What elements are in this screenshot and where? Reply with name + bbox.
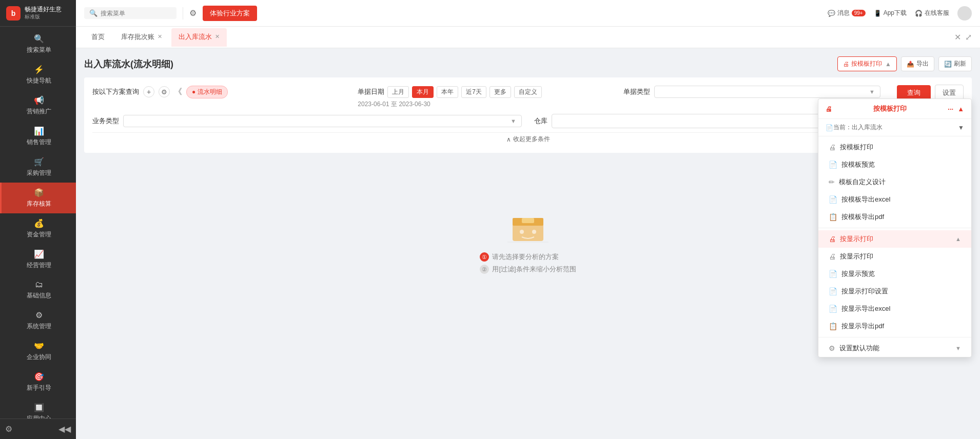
refresh-btn[interactable]: 🔄 刷新 xyxy=(938,56,972,71)
sidebar-item-inventory[interactable]: 📦 库存核算 xyxy=(0,183,76,213)
dropdown-display-preview[interactable]: 📄 按显示预览 xyxy=(818,265,971,283)
dropdown-template-export-pdf[interactable]: 📋 按模板导出pdf xyxy=(818,208,971,226)
tab-flow[interactable]: 出入库流水 ✕ xyxy=(171,28,227,47)
dropdown-set-default[interactable]: ⚙ 设置默认功能 ▼ xyxy=(818,340,971,357)
trial-button[interactable]: 体验行业方案 xyxy=(203,6,257,21)
app-download-label: App下载 xyxy=(884,9,907,17)
date-btn-last-month[interactable]: 上月 xyxy=(387,86,409,98)
quick-nav-icon: ⚡ xyxy=(34,65,44,74)
tip-item-2: ② 用[过滤]条件来缩小分析范围 xyxy=(480,265,576,274)
business-type-select[interactable]: ▼ xyxy=(123,115,522,127)
dropdown-template-preview[interactable]: 📄 按模板预览 xyxy=(818,156,971,173)
app-edition: 标准版 xyxy=(25,13,62,21)
dropdown-template-custom-label: 模板自定义设计 xyxy=(839,177,886,187)
sidebar-item-label-system: 系统管理 xyxy=(27,322,51,331)
dropdown-display-print-section-label: 按显示打印 xyxy=(840,234,873,244)
dropdown-display-print-section[interactable]: 🖨 按显示打印 ▲ xyxy=(818,230,971,248)
online-service-item[interactable]: 🎧 在线客服 xyxy=(915,9,949,17)
topbar-right: 💬 消息 99+ 📱 App下载 🎧 在线客服 xyxy=(828,6,972,21)
date-label: 单据日期 xyxy=(358,85,384,99)
filter-setting-icon: ⚙ xyxy=(161,88,167,96)
tip-item-1: ① 请先选择要分析的方案 xyxy=(480,252,576,262)
tab-home[interactable]: 首页 xyxy=(84,28,112,47)
sidebar-item-sales[interactable]: 📊 销售管理 xyxy=(0,121,76,152)
svg-point-4 xyxy=(532,230,536,234)
refresh-label: 刷新 xyxy=(954,59,966,68)
filter-add-button[interactable]: + xyxy=(143,86,154,97)
topbar-gear-icon[interactable]: ⚙ xyxy=(189,8,197,18)
dropdown-template-print-icon: 🖨 xyxy=(829,143,836,151)
sidebar-collapse-icon[interactable]: ◀◀ xyxy=(58,424,71,434)
filter-setting-button[interactable]: ⚙ xyxy=(159,86,170,97)
app-download-icon: 📱 xyxy=(874,10,881,17)
date-btn-this-month[interactable]: 本月 xyxy=(412,86,434,98)
sidebar-item-purchase[interactable]: 🛒 采购管理 xyxy=(0,152,76,183)
sidebar-item-basics[interactable]: 🗂 基础信息 xyxy=(0,275,76,305)
sidebar-item-system[interactable]: ⚙ 系统管理 xyxy=(0,305,76,336)
date-btn-this-year[interactable]: 本年 xyxy=(437,86,458,98)
dropdown-display-print-settings[interactable]: 📄 按显示打印设置 xyxy=(818,283,971,300)
dropdown-display-export-excel[interactable]: 📄 按显示导出excel xyxy=(818,300,971,317)
collapse-up-icon: ∧ xyxy=(506,136,511,143)
export-label: 导出 xyxy=(916,59,929,68)
business-type-label: 业务类型 xyxy=(92,114,119,128)
sidebar-item-operations[interactable]: 📈 经营管理 xyxy=(0,244,76,275)
sidebar-item-cooperation[interactable]: 🤝 企业协同 xyxy=(0,336,76,367)
sidebar-item-label-quick-nav: 快捷导航 xyxy=(27,76,51,85)
dropdown-template-export-excel[interactable]: 📄 按模板导出excel xyxy=(818,191,971,208)
date-btn-more[interactable]: 更多 xyxy=(489,86,511,98)
filter-tag[interactable]: ● 流水明细 xyxy=(186,86,228,98)
date-btn-7days[interactable]: 近7天 xyxy=(461,86,486,98)
dropdown-display-export-pdf[interactable]: 📋 按显示导出pdf xyxy=(818,317,971,335)
dropdown-title: 按模板打印 xyxy=(873,104,907,113)
tab-flow-close[interactable]: ✕ xyxy=(215,33,220,40)
dropdown-template-export-pdf-label: 按模板导出pdf xyxy=(841,212,884,222)
filter-collapse-button[interactable]: 《 xyxy=(174,87,182,97)
dropdown-print-icon: 🖨 xyxy=(826,105,832,113)
dropdown-current-label: 📄 当前：出入库流水 ▼ xyxy=(818,119,971,134)
operations-icon: 📈 xyxy=(34,249,44,259)
search-input[interactable] xyxy=(101,10,162,17)
template-print-dropdown-icon[interactable]: ▲ xyxy=(885,61,891,68)
dropdown-doc-icon: 📄 xyxy=(826,124,833,131)
online-service-label: 在线客服 xyxy=(925,9,949,17)
filter-add-icon: + xyxy=(147,88,151,96)
tab-batch-accounts[interactable]: 库存批次账 ✕ xyxy=(114,28,169,47)
maximize-icon[interactable]: ⤢ xyxy=(965,32,972,42)
dropdown-current-text: 当前：出入库流水 xyxy=(833,123,883,132)
online-service-icon: 🎧 xyxy=(915,10,923,17)
dropdown-display-print-section-icon: 🖨 xyxy=(829,235,836,243)
date-btn-custom[interactable]: 自定义 xyxy=(514,86,542,98)
sidebar-item-search[interactable]: 🔍 搜索菜单 xyxy=(0,29,76,59)
export-btn[interactable]: 📤 导出 xyxy=(901,56,934,71)
date-filter-field: 单据日期 上月 本月 本年 近7天 更多 自定义 2023-06-01 至 20… xyxy=(358,85,615,109)
sidebar-item-finance[interactable]: 💰 资金管理 xyxy=(0,213,76,244)
dropdown-template-custom[interactable]: ✏ 模板自定义设计 xyxy=(818,173,971,191)
messages-item[interactable]: 💬 消息 99+ xyxy=(828,9,866,17)
topbar-search-container[interactable]: 🔍 xyxy=(84,7,177,19)
tabs-right: ✕ ⤢ xyxy=(954,32,972,42)
app-download-item[interactable]: 📱 App下载 xyxy=(874,9,907,17)
sidebar-settings-icon[interactable]: ⚙ xyxy=(5,424,12,434)
sidebar-item-marketing[interactable]: 📢 营销推广 xyxy=(0,90,76,121)
dropdown-collapse-icon[interactable]: ▲ xyxy=(957,105,964,113)
sidebar-item-guide[interactable]: 🎯 新手引导 xyxy=(0,367,76,397)
page-content: 出入库流水(流水明细) 🖨 按模板打印 ▲ 📤 导出 🔄 刷新 xyxy=(76,48,980,439)
dropdown-template-export-excel-label: 按模板导出excel xyxy=(841,195,890,204)
template-print-btn[interactable]: 🖨 按模板打印 ▲ xyxy=(837,56,897,71)
sidebar-item-apps[interactable]: 🔲 应用中心 xyxy=(0,397,76,418)
dropdown-set-default-arrow: ▼ xyxy=(955,345,961,351)
avatar[interactable] xyxy=(957,6,972,21)
dropdown-display-pdf-icon: 📋 xyxy=(829,322,837,330)
tab-batch-accounts-label: 库存批次账 xyxy=(121,32,154,42)
doc-type-arrow-icon: ▼ xyxy=(869,89,875,95)
sidebar-item-quick-nav[interactable]: ⚡ 快捷导航 xyxy=(0,59,76,90)
doc-type-select[interactable]: ▼ xyxy=(654,86,880,98)
tab-batch-accounts-close[interactable]: ✕ xyxy=(158,33,162,40)
dropdown-display-print[interactable]: 🖨 按显示打印 xyxy=(818,248,971,265)
dropdown-template-print[interactable]: 🖨 按模板打印 xyxy=(818,138,971,156)
export-icon: 📤 xyxy=(907,61,914,68)
close-all-icon[interactable]: ✕ xyxy=(954,32,961,42)
dropdown-set-default-icon: ⚙ xyxy=(829,344,835,352)
filter-tag-icon: ● xyxy=(192,88,195,95)
